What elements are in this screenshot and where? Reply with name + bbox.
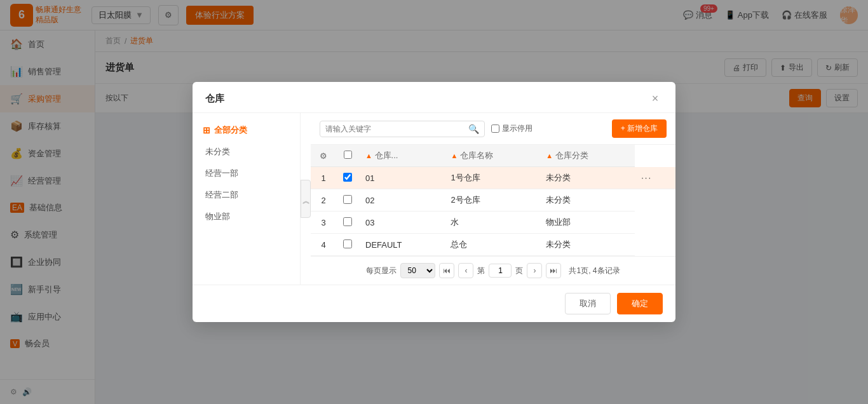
row-num: 3 <box>311 212 336 234</box>
row-category: 未分类 <box>539 189 635 212</box>
row-select-checkbox[interactable] <box>343 195 352 204</box>
row-name: 水 <box>444 212 539 234</box>
col-category: ▲ 仓库分类 <box>539 145 635 167</box>
row-num: 4 <box>311 234 336 256</box>
sort-icon-name: ▲ <box>451 152 458 159</box>
row-checkbox-cell <box>336 167 359 189</box>
search-icon[interactable]: 🔍 <box>468 124 479 134</box>
sort-icon-cat: ▲ <box>546 152 553 159</box>
table-row[interactable]: 1 01 1号仓库 未分类 ··· <box>311 167 675 189</box>
row-code: 01 <box>359 167 444 189</box>
col-name: ▲ 仓库名称 <box>444 145 539 167</box>
prev-page-btn[interactable]: ‹ <box>458 263 473 278</box>
search-input[interactable] <box>325 125 468 133</box>
row-checkbox-cell <box>336 234 359 256</box>
row-checkbox-cell <box>336 212 359 234</box>
first-page-btn[interactable]: ⏮ <box>439 263 454 278</box>
row-name: 2号仓库 <box>444 189 539 212</box>
next-page-btn[interactable]: › <box>527 263 542 278</box>
row-category: 物业部 <box>539 212 635 234</box>
row-select-checkbox[interactable] <box>343 239 352 248</box>
table-row[interactable]: 2 02 2号仓库 未分类 <box>311 189 675 212</box>
category-item-uncategorized[interactable]: 未分类 <box>193 141 300 163</box>
table-row[interactable]: 3 03 水 物业部 <box>311 212 675 234</box>
row-code: DEFAULT <box>359 234 444 256</box>
row-num: 2 <box>311 189 336 212</box>
close-icon[interactable]: × <box>648 91 663 106</box>
row-category: 未分类 <box>539 167 635 189</box>
row-checkbox-cell <box>336 189 359 212</box>
select-all-checkbox[interactable] <box>344 151 352 159</box>
row-category: 未分类 <box>539 234 635 256</box>
warehouse-modal: 仓库 × ⊞ 全部分类 未分类 经营一部 经营二部 物业部 《 <box>193 82 675 322</box>
table-area: 🔍 显示停用 + 新增仓库 ⚙ <box>311 113 675 285</box>
add-warehouse-button[interactable]: + 新增仓库 <box>612 119 667 138</box>
row-name: 1号仓库 <box>444 167 539 189</box>
search-box: 🔍 <box>320 121 485 137</box>
pagination: 每页显示 50 100 ⏮ ‹ 第 页 › ⏭ 共1页, 4条记录 <box>311 256 675 285</box>
col-check <box>336 145 359 167</box>
row-code: 02 <box>359 189 444 212</box>
page-size-select[interactable]: 50 100 <box>400 263 435 278</box>
last-page-btn[interactable]: ⏭ <box>546 263 561 278</box>
row-code: 03 <box>359 212 444 234</box>
modal-overlay[interactable]: 仓库 × ⊞ 全部分类 未分类 经营一部 经营二部 物业部 《 <box>0 0 868 404</box>
category-item-dept2[interactable]: 经营二部 <box>193 184 300 206</box>
table-scroll-wrapper: ⚙ ▲ 仓库... ▲ <box>311 145 675 256</box>
modal-footer: 取消 确定 <box>193 285 675 322</box>
show-disabled-label[interactable]: 显示停用 <box>502 123 532 134</box>
row-name: 总仓 <box>444 234 539 256</box>
category-item-property[interactable]: 物业部 <box>193 206 300 227</box>
col-gear: ⚙ <box>311 145 336 167</box>
row-select-checkbox[interactable] <box>343 173 352 182</box>
confirm-button[interactable]: 确定 <box>617 293 663 314</box>
row-num: 1 <box>311 167 336 189</box>
category-item-dept1[interactable]: 经营一部 <box>193 163 300 184</box>
modal-header: 仓库 × <box>193 82 675 113</box>
grid-icon: ⊞ <box>203 125 210 135</box>
modal-title: 仓库 <box>205 93 224 105</box>
sidebar-collapse-btn[interactable]: 《 <box>301 180 311 218</box>
warehouse-table: ⚙ ▲ 仓库... ▲ <box>311 145 675 256</box>
sort-icon: ▲ <box>365 152 372 159</box>
col-code: ▲ 仓库... <box>359 145 444 167</box>
show-disabled-toggle: 显示停用 <box>491 123 532 134</box>
category-sidebar: ⊞ 全部分类 未分类 经营一部 经营二部 物业部 <box>193 113 301 285</box>
show-disabled-checkbox[interactable] <box>491 125 499 133</box>
all-categories-btn[interactable]: ⊞ 全部分类 <box>193 119 300 141</box>
gear-icon[interactable]: ⚙ <box>320 151 327 161</box>
table-toolbar: 🔍 显示停用 + 新增仓库 <box>311 113 675 145</box>
row-select-checkbox[interactable] <box>343 217 352 226</box>
row-actions[interactable]: ··· <box>635 167 675 189</box>
page-input[interactable] <box>489 264 512 278</box>
table-row[interactable]: 4 DEFAULT 总仓 未分类 <box>311 234 675 256</box>
modal-body: ⊞ 全部分类 未分类 经营一部 经营二部 物业部 《 🔍 <box>193 113 675 285</box>
cancel-button[interactable]: 取消 <box>565 293 611 314</box>
